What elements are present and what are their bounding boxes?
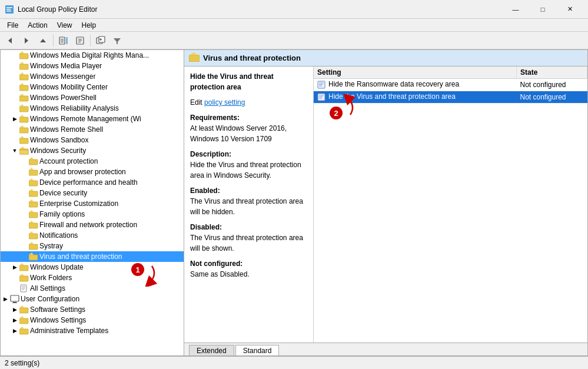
tree-item-wmdrm[interactable]: Windows Media Digital Rights Mana...	[1, 50, 184, 61]
svg-marker-38	[19, 136, 24, 138]
svg-rect-48	[29, 191, 38, 197]
expand-spacer	[10, 72, 19, 81]
window-title: Local Group Policy Editor	[18, 5, 97, 14]
tree-item-firenet[interactable]: Firewall and network protection	[1, 220, 184, 230]
expand-spacer	[19, 167, 29, 177]
folder-icon	[29, 168, 38, 176]
folder-icon	[19, 274, 29, 282]
new-window-button[interactable]	[93, 34, 108, 48]
policy-link[interactable]: policy setting	[204, 98, 245, 107]
tree-item-softset[interactable]: ▶ Software Settings	[1, 304, 184, 315]
table-row[interactable]: Hide the Virus and threat protection are…	[314, 91, 587, 104]
tree-item-winupdate[interactable]: ▶ Windows Update	[1, 262, 184, 272]
setting-cell: Hide the Ransomware data recovery area	[314, 79, 517, 91]
filter-button[interactable]	[109, 34, 125, 48]
table-row[interactable]: Hide the Ransomware data recovery area N…	[314, 79, 587, 91]
svg-rect-27	[19, 85, 28, 91]
tree-pane[interactable]: Windows Media Digital Rights Mana... Win…	[1, 50, 184, 355]
toolbar	[0, 32, 588, 49]
svg-rect-33	[19, 117, 28, 122]
tree-item-notif[interactable]: Notifications	[1, 230, 184, 241]
tree-item-userconf[interactable]: ▶ User Configuration	[1, 294, 184, 304]
tree-item-allset[interactable]: All Settings	[1, 283, 184, 294]
svg-marker-51	[29, 200, 34, 202]
svg-marker-76	[19, 316, 24, 318]
svg-rect-29	[19, 96, 28, 101]
svg-rect-25	[19, 75, 28, 80]
svg-marker-53	[29, 210, 34, 212]
tree-item-label: Work Folders	[30, 274, 72, 282]
status-bar: 2 setting(s)	[0, 356, 588, 369]
close-button[interactable]: ✕	[556, 0, 583, 19]
tree-item-wsb[interactable]: Windows Sandbox	[1, 135, 184, 145]
menu-view[interactable]: View	[52, 20, 77, 31]
up-button[interactable]	[35, 34, 51, 48]
tab-extended[interactable]: Extended	[189, 345, 234, 355]
tree-item-label: Account protection	[39, 157, 98, 165]
expand-spacer	[19, 210, 29, 219]
tree-item-wps[interactable]: Windows PowerShell	[1, 92, 184, 103]
svg-marker-34	[19, 115, 24, 117]
tree-item-label: Windows Update	[30, 263, 84, 271]
back-button[interactable]	[2, 34, 18, 48]
expand-spacer	[10, 51, 19, 60]
menu-help[interactable]: Help	[77, 20, 101, 31]
show-hide-button[interactable]	[56, 34, 71, 48]
svg-rect-10	[61, 42, 64, 42]
tree-item-admintpl[interactable]: ▶ Administrative Templates	[1, 325, 184, 336]
menu-file[interactable]: File	[2, 20, 23, 31]
requirements-title: Requirements:	[190, 112, 307, 123]
tree-item-label: Device performance and health	[39, 178, 138, 187]
tree-item-devperf[interactable]: Device performance and health	[1, 177, 184, 188]
tree-item-devsec[interactable]: Device security	[1, 188, 184, 198]
svg-rect-60	[29, 255, 38, 260]
title-bar: Local Group Policy Editor — □ ✕	[0, 0, 588, 19]
tree-item-label: User Configuration	[21, 295, 79, 303]
tree-item-label: Windows Remote Shell	[30, 125, 103, 134]
maximize-button[interactable]: □	[529, 0, 556, 19]
desc-heading: Hide the Virus and threat protection are…	[190, 71, 307, 92]
tree-item-wsec[interactable]: ▼ Windows Security	[1, 145, 184, 156]
svg-marker-4	[8, 38, 12, 44]
svg-marker-20	[114, 38, 121, 44]
right-header-title: Virus and threat protection	[203, 54, 301, 62]
tree-item-systray[interactable]: Systray	[1, 241, 184, 251]
tab-standard[interactable]: Standard	[235, 345, 280, 355]
svg-marker-26	[19, 72, 24, 75]
svg-marker-6	[40, 39, 46, 42]
tree-item-wmp[interactable]: Windows Media Player	[1, 61, 184, 71]
tree-item-label: Family options	[39, 210, 85, 218]
properties-button[interactable]	[72, 34, 88, 48]
svg-rect-77	[19, 329, 28, 334]
expand-spacer	[10, 125, 19, 134]
tree-item-winfold[interactable]: Work Folders	[1, 272, 184, 283]
tree-item-wmob[interactable]: Windows Mobility Center	[1, 82, 184, 92]
tree-item-virusprot[interactable]: Virus and threat protection	[1, 251, 184, 262]
forward-button[interactable]	[19, 34, 34, 48]
svg-marker-74	[19, 305, 24, 308]
folder-icon	[19, 62, 29, 70]
svg-marker-22	[19, 51, 24, 54]
tree-item-famopt[interactable]: Family options	[1, 209, 184, 220]
tree-item-winset[interactable]: ▶ Windows Settings	[1, 315, 184, 325]
page-icon	[19, 284, 29, 292]
menu-action[interactable]: Action	[23, 20, 52, 31]
tree-item-wrs[interactable]: Windows Remote Shell	[1, 124, 184, 135]
svg-rect-50	[29, 202, 38, 207]
svg-rect-14	[78, 40, 82, 41]
tree-item-entcust[interactable]: Enterprise Customization	[1, 198, 184, 209]
tree-item-accprot[interactable]: Account protection	[1, 156, 184, 167]
tree-item-appbrow[interactable]: App and browser protection	[1, 167, 184, 177]
svg-rect-37	[19, 138, 28, 144]
svg-marker-78	[19, 327, 24, 329]
tree-item-wmsg[interactable]: Windows Messenger	[1, 71, 184, 82]
expand-spacer	[10, 273, 19, 282]
col-state: State	[517, 67, 587, 79]
description-title: Description:	[190, 149, 307, 159]
tree-item-label: Windows Remote Management (Wi	[30, 115, 141, 123]
tree-item-wrm[interactable]: ▶ Windows Remote Management (Wi	[1, 114, 184, 124]
tree-item-wra[interactable]: Windows Reliability Analysis	[1, 103, 184, 114]
toolbar-separator-1	[53, 35, 54, 46]
expand-spacer	[19, 241, 29, 251]
minimize-button[interactable]: —	[502, 0, 529, 19]
